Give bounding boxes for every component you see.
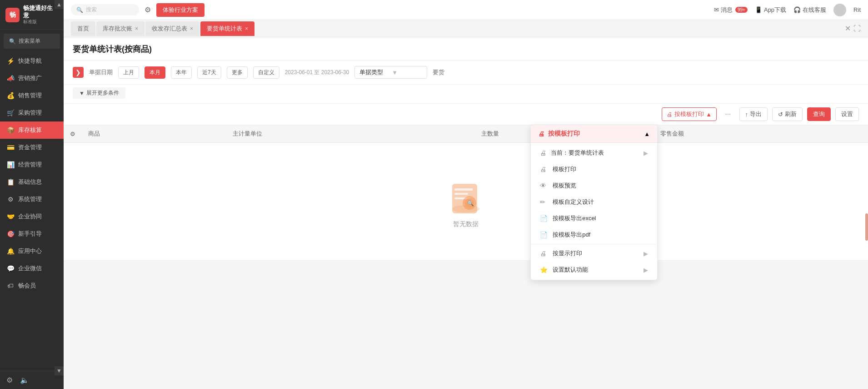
message-btn[interactable]: ✉ 消息 99+ bbox=[714, 6, 748, 14]
sidebar-item-quick-nav[interactable]: ⚡ 快捷导航 bbox=[0, 52, 64, 70]
current-year-btn[interactable]: 本年 bbox=[171, 66, 192, 79]
dropdown-set-default[interactable]: ⭐ 设置默认功能 ▶ bbox=[531, 262, 657, 278]
dropdown-template-print[interactable]: 🖨 模板打印 bbox=[531, 161, 657, 177]
sidebar-item-label: 企业协同 bbox=[18, 212, 42, 221]
sidebar-item-operation[interactable]: 📊 经营管理 bbox=[0, 156, 64, 173]
sidebar-item-enterprise[interactable]: 🤝 企业协同 bbox=[0, 208, 64, 225]
sidebar-item-label: 畅会员 bbox=[18, 282, 36, 290]
tab-close-icon[interactable]: × bbox=[135, 25, 138, 32]
tab-collection-summary[interactable]: 收发存汇总表 × bbox=[145, 21, 200, 36]
select-arrow-icon: ▼ bbox=[392, 69, 422, 76]
print-icon: 🖨 bbox=[667, 111, 673, 118]
topbar-search-text: 搜索 bbox=[86, 6, 97, 14]
dropdown-display-print[interactable]: 🖨 按显示打印 ▶ bbox=[531, 245, 657, 262]
tab-close-icon[interactable]: × bbox=[190, 25, 193, 32]
sidebar-item-label: 系统管理 bbox=[18, 195, 42, 203]
system-icon: ⚙ bbox=[6, 196, 15, 203]
table-header-row: ⚙ 商品 主计量单位 主数量 零售金额 bbox=[64, 125, 868, 143]
dropdown-template-pdf[interactable]: 📄 按模板导出pdf bbox=[531, 227, 657, 243]
tab-inventory-batch[interactable]: 库存批次账 × bbox=[96, 21, 145, 36]
query-btn[interactable]: 查询 bbox=[807, 107, 831, 121]
template-custom-label: 模板自定义设计 bbox=[553, 198, 594, 206]
expand-more-btn[interactable]: ▼ 展开更多条件 bbox=[73, 87, 125, 99]
expand-more-bar: ▼ 展开更多条件 bbox=[64, 85, 868, 104]
settings-btn[interactable]: 设置 bbox=[835, 107, 859, 121]
sidebar-item-wechat[interactable]: 💬 企业微信 bbox=[0, 260, 64, 277]
settings-bottom-icon[interactable]: ⚙ bbox=[6, 376, 13, 384]
template-print-icon: 🖨 bbox=[540, 166, 548, 173]
prev-month-btn[interactable]: 上月 bbox=[118, 66, 139, 79]
message-badge: 99+ bbox=[735, 7, 748, 13]
filter-toggle-btn[interactable]: ❯ bbox=[73, 67, 84, 78]
sidebar-item-label: 销售管理 bbox=[18, 91, 42, 100]
expand-icon: ▼ bbox=[79, 90, 85, 96]
sidebar-item-marketing[interactable]: 📣 营销推广 bbox=[0, 70, 64, 87]
tab-home[interactable]: 首页 bbox=[71, 21, 95, 36]
quick-nav-icon: ⚡ bbox=[6, 57, 15, 65]
topbar-search[interactable]: 🔍 搜索 bbox=[71, 4, 139, 15]
maximize-icon[interactable]: ⛶ bbox=[853, 25, 861, 33]
display-print-arrow: ▶ bbox=[644, 250, 648, 257]
order-type-select[interactable]: 单据类型 ▼ bbox=[354, 66, 427, 79]
dropdown-divider bbox=[531, 244, 657, 244]
scrollbar-thumb[interactable] bbox=[865, 213, 868, 241]
app-download-btn[interactable]: 📱 App下载 bbox=[755, 6, 786, 14]
sidebar-item-finance[interactable]: 💳 资金管理 bbox=[0, 139, 64, 156]
sidebar-item-system[interactable]: ⚙ 系统管理 bbox=[0, 191, 64, 208]
username[interactable]: Rit bbox=[853, 6, 861, 13]
custom-date-btn[interactable]: 自定义 bbox=[253, 66, 279, 79]
online-support-btn[interactable]: 🎧 在线客服 bbox=[793, 6, 826, 14]
table-empty-row: 🔍 暂无数据 bbox=[64, 143, 868, 261]
sidebar-item-label: 资金管理 bbox=[18, 143, 42, 152]
dropdown-template-excel[interactable]: 📄 按模板导出excel bbox=[531, 210, 657, 227]
export-label: 导出 bbox=[750, 110, 762, 118]
sidebar-item-purchase[interactable]: 🛒 采购管理 bbox=[0, 104, 64, 121]
refresh-btn[interactable]: ↺ 刷新 bbox=[772, 107, 803, 121]
purchase-icon: 🛒 bbox=[6, 109, 15, 116]
template-print-label: 模板打印 bbox=[553, 165, 576, 173]
tab-demand-stats[interactable]: 要货单统计表 × bbox=[200, 21, 254, 36]
sidebar-scroll-up[interactable]: ▲ bbox=[55, 0, 64, 9]
experience-btn[interactable]: 体验行业方案 bbox=[156, 3, 205, 17]
dropdown-title-area: 🖨 按模板打印 bbox=[538, 130, 580, 138]
nav-list: ⚡ 快捷导航 📣 营销推广 💰 销售管理 🛒 采购管理 📦 库存核算 💳 资金管… bbox=[0, 52, 64, 371]
dropdown-template-custom[interactable]: ✏ 模板自定义设计 bbox=[531, 194, 657, 210]
close-window-icon[interactable]: ✕ bbox=[845, 24, 851, 33]
logo-icon: 畅 bbox=[5, 8, 20, 22]
dropdown-current-template[interactable]: 🖨 当前：要货单统计表 ▶ bbox=[531, 145, 657, 161]
sidebar-item-label: 采购管理 bbox=[18, 109, 42, 117]
table-header-goods: 商品 bbox=[82, 125, 226, 143]
tab-label: 收发存汇总表 bbox=[152, 25, 187, 33]
set-default-label: 设置默认功能 bbox=[553, 266, 588, 274]
dropdown-template-preview[interactable]: 👁 模板预览 bbox=[531, 177, 657, 194]
sidebar-item-basic[interactable]: 📋 基础信息 bbox=[0, 173, 64, 191]
template-pdf-icon: 📄 bbox=[540, 231, 548, 238]
action-bar: 🖨 按模板打印 ▲ 🖨 按模板打印 ▲ bbox=[64, 104, 868, 125]
sidebar-item-guide[interactable]: 🎯 新手引导 bbox=[0, 225, 64, 242]
user-avatar[interactable] bbox=[833, 4, 846, 16]
sidebar-item-label: 企业微信 bbox=[18, 264, 42, 273]
data-table: ⚙ 商品 主计量单位 主数量 零售金额 bbox=[64, 125, 868, 261]
tab-close-icon[interactable]: × bbox=[245, 25, 248, 32]
sidebar-item-member[interactable]: 🏷 畅会员 bbox=[0, 277, 64, 294]
sidebar-scroll-down[interactable]: ▼ bbox=[55, 366, 64, 375]
current-month-btn[interactable]: 本月 bbox=[145, 66, 165, 79]
sound-icon[interactable]: 🔈 bbox=[20, 376, 29, 384]
page-title: 要货单统计表(按商品) bbox=[73, 44, 859, 55]
refresh-label: 刷新 bbox=[785, 110, 797, 118]
sidebar-search[interactable]: 🔍 搜索菜单 bbox=[4, 34, 60, 49]
print-template-btn[interactable]: 🖨 按模板打印 ▲ bbox=[662, 107, 717, 121]
table-header-settings[interactable]: ⚙ bbox=[64, 125, 82, 143]
topbar-gear-icon[interactable]: ⚙ bbox=[145, 5, 151, 14]
inventory-icon: 📦 bbox=[6, 126, 15, 134]
more-date-btn[interactable]: 更多 bbox=[227, 66, 248, 79]
template-preview-icon: 👁 bbox=[540, 182, 548, 189]
finance-icon: 💳 bbox=[6, 144, 15, 151]
sidebar-item-sales[interactable]: 💰 销售管理 bbox=[0, 87, 64, 104]
last7days-btn[interactable]: 近7天 bbox=[197, 66, 221, 79]
template-excel-icon: 📄 bbox=[540, 215, 548, 222]
sidebar-item-appstore[interactable]: 🔔 应用中心 bbox=[0, 242, 64, 260]
more-actions-btn[interactable]: ··· bbox=[721, 110, 734, 118]
export-btn[interactable]: ↑ 导出 bbox=[739, 107, 768, 121]
sidebar-item-inventory[interactable]: 📦 库存核算 bbox=[0, 121, 64, 139]
